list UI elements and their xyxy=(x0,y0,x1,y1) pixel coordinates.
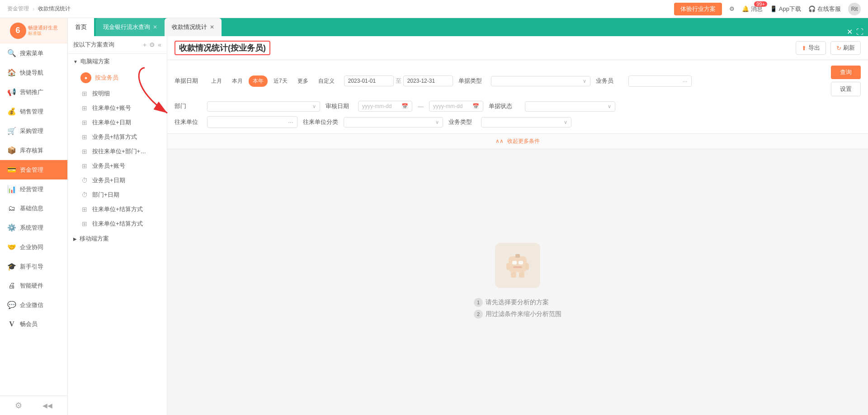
category-filter-label: 单据类型 xyxy=(458,77,486,85)
tab-bank-flow-close[interactable]: ✕ xyxy=(153,24,157,30)
review-date-label: 审核日期 xyxy=(326,102,353,110)
filter-settings-button[interactable]: 设置 xyxy=(831,82,861,96)
date-tab-prev-month[interactable]: 上月 xyxy=(207,75,226,87)
sidebar-item-business[interactable]: 📊 经营管理 xyxy=(0,179,67,199)
messages-button[interactable]: 🔔 消息 99+ xyxy=(742,5,763,13)
filter-actions: 查询 设置 xyxy=(831,66,861,96)
online-service-button[interactable]: 🎧 在线客服 xyxy=(808,5,841,13)
salesperson-filter-label: 业务员 xyxy=(596,77,623,85)
sidebar-item-hardware[interactable]: 🖨 智能硬件 xyxy=(0,276,67,295)
date-to-input[interactable]: 2023-12-31 xyxy=(403,75,453,86)
user-avatar[interactable]: Rit xyxy=(848,3,861,15)
tab-bank-flow[interactable]: 现金银行流水查询 ✕ xyxy=(96,18,165,36)
scheme-item-salesperson-account[interactable]: ⊞ 业务员+账号 xyxy=(68,159,167,173)
settings-icon[interactable]: ⚙ xyxy=(729,5,735,12)
sidebar-item-quick-nav[interactable]: 🏠 快捷导航 xyxy=(0,63,67,82)
sidebar-item-label: 快捷导航 xyxy=(20,69,43,77)
business-type-label: 业务类型 xyxy=(448,118,476,126)
sidebar: 6 畅捷通好生意 标准版 🔍 搜索菜单 🏠 快捷导航 📢 营销推广 💰 销售管理… xyxy=(0,18,68,415)
sidebar-item-sales[interactable]: 💰 销售管理 xyxy=(0,102,67,121)
basic-icon: 🗂 xyxy=(7,204,16,212)
sidebar-item-purchase[interactable]: 🛒 采购管理 xyxy=(0,121,67,141)
sidebar-item-basic[interactable]: 🗂 基础信息 xyxy=(0,199,67,218)
sidebar-item-finance[interactable]: 💳 资金管理 xyxy=(0,160,67,179)
left-panel: 按以下方案查询 + ⚙ « ▼ 电脑端方案 ● xyxy=(68,36,167,415)
app-download-label: App下载 xyxy=(779,5,801,13)
mobile-group-toggle-icon: ▶ xyxy=(73,236,77,241)
refresh-button[interactable]: ↻ 刷新 xyxy=(830,41,861,55)
dept-select[interactable]: ∨ xyxy=(207,101,320,112)
sidebar-item-marketing[interactable]: 📢 营销推广 xyxy=(0,82,67,102)
date-tab-this-month[interactable]: 本月 xyxy=(228,75,247,87)
breadcrumb: 资金管理 xyxy=(7,5,29,13)
scheme-collapse-button[interactable]: « xyxy=(158,41,161,48)
scheme-item-client-date[interactable]: ⊞ 往来单位+日期 xyxy=(68,115,167,130)
export-icon: ⬆ xyxy=(802,45,807,52)
breadcrumb-separator: › xyxy=(33,5,34,12)
review-date-to-input[interactable]: yyyy-mm-dd 📅 xyxy=(429,101,483,112)
export-label: 导出 xyxy=(808,44,820,52)
scheme-item-client-account[interactable]: ⊞ 往来单位+账号 xyxy=(68,101,167,115)
scheme-item-label: 部门+日期 xyxy=(92,191,119,199)
scheme-item-salesperson-date[interactable]: ⏱ 业务员+日期 xyxy=(68,173,167,188)
mobile-scheme-group: ▶ 移动端方案 xyxy=(68,231,167,246)
dept-chevron-icon: ∨ xyxy=(312,104,316,109)
scheme-item-by-salesperson[interactable]: ● 按业务员 xyxy=(68,69,167,86)
tab-bar: 首页 现金银行流水查询 ✕ 收款情况统计 ✕ ✕ ⛶ xyxy=(68,18,868,36)
scheme-item-by-detail[interactable]: ⊞ 按明细 xyxy=(68,86,167,101)
mobile-scheme-group-title[interactable]: ▶ 移动端方案 xyxy=(73,235,161,243)
sidebar-item-member[interactable]: V 畅会员 xyxy=(0,315,67,334)
collapse-label: 收起更多条件 xyxy=(507,138,540,144)
scheme-item-client-dept-collection[interactable]: ⊞ 按往来单位+部门+收... xyxy=(68,144,167,159)
client-select[interactable]: ··· xyxy=(207,116,297,128)
tab-close-all-icon[interactable]: ✕ xyxy=(847,28,853,36)
app-download-button[interactable]: 📱 App下载 xyxy=(770,5,801,13)
hint-num-2: 2 xyxy=(474,310,483,319)
salesperson-select[interactable]: ··· xyxy=(628,75,692,87)
salesperson-dots[interactable]: ··· xyxy=(683,78,688,85)
page-header: 收款情况统计(按业务员) ⬆ 导出 ↻ 刷新 xyxy=(167,36,868,60)
scheme-item-client-settlement2[interactable]: ⊞ 往来单位+结算方式 xyxy=(68,217,167,231)
review-date-from-input[interactable]: yyyy-mm-dd 📅 xyxy=(358,101,412,112)
scheme-item-dept-date[interactable]: ⏱ 部门+日期 xyxy=(68,188,167,202)
client-dots[interactable]: ··· xyxy=(288,118,293,126)
query-button[interactable]: 查询 xyxy=(831,66,861,79)
salesperson-account-icon: ⊞ xyxy=(80,162,89,170)
sidebar-item-inventory[interactable]: 📦 库存核算 xyxy=(0,141,67,160)
trial-button[interactable]: 体验行业方案 xyxy=(674,3,722,15)
category-select[interactable]: ∨ xyxy=(491,76,590,86)
sidebar-collapse-icon[interactable]: ◀◀ xyxy=(42,402,52,409)
tab-collection-stats-close[interactable]: ✕ xyxy=(210,24,214,30)
scheme-item-label: 按业务员 xyxy=(95,74,118,82)
messages-badge: 99+ xyxy=(754,1,767,7)
svg-rect-3 xyxy=(513,266,522,268)
desktop-scheme-group-title[interactable]: ▼ 电脑端方案 xyxy=(68,54,167,69)
sidebar-item-guide[interactable]: 🎓 新手引导 xyxy=(0,257,67,276)
tab-collection-stats[interactable]: 收款情况统计 ✕ xyxy=(165,18,222,36)
collapse-bar[interactable]: ∧∧ 收起更多条件 xyxy=(167,134,868,149)
scheme-item-salesperson-settlement[interactable]: ⊞ 业务员+结算方式 xyxy=(68,130,167,144)
sidebar-item-system[interactable]: ⚙️ 系统管理 xyxy=(0,218,67,237)
date-tab-last7days[interactable]: 近7天 xyxy=(269,75,292,87)
bill-status-select[interactable]: ∨ xyxy=(525,101,615,112)
scheme-item-client-settlement1[interactable]: ⊞ 往来单位+结算方式 xyxy=(68,202,167,217)
date-tab-custom[interactable]: 自定义 xyxy=(314,75,339,87)
scheme-settings-button[interactable]: ⚙ xyxy=(149,41,155,48)
main-content: 首页 现金银行流水查询 ✕ 收款情况统计 ✕ ✕ ⛶ 按以下方案查询 xyxy=(68,18,868,415)
dept-date-icon: ⏱ xyxy=(80,191,89,198)
date-tab-more[interactable]: 更多 xyxy=(293,75,312,87)
headset-icon: 🎧 xyxy=(808,5,816,12)
hint-text-2: 用过滤条件来缩小分析范围 xyxy=(486,310,561,318)
tab-maximize-icon[interactable]: ⛶ xyxy=(856,28,863,36)
sidebar-item-search-menu[interactable]: 🔍 搜索菜单 xyxy=(0,43,67,63)
date-tab-this-year[interactable]: 本年 xyxy=(249,75,268,87)
date-from-input[interactable]: 2023-01-01 xyxy=(344,75,394,86)
add-scheme-button[interactable]: + xyxy=(143,41,146,48)
sidebar-item-corp[interactable]: 🤝 企业协同 xyxy=(0,237,67,257)
business-type-select[interactable]: ∨ xyxy=(481,117,571,127)
sidebar-settings-icon[interactable]: ⚙ xyxy=(15,401,22,410)
client-category-select[interactable]: ∨ xyxy=(344,117,443,127)
export-button[interactable]: ⬆ 导出 xyxy=(796,41,826,55)
tab-home[interactable]: 首页 xyxy=(68,18,94,36)
sidebar-item-wechat[interactable]: 💬 企业微信 xyxy=(0,295,67,315)
